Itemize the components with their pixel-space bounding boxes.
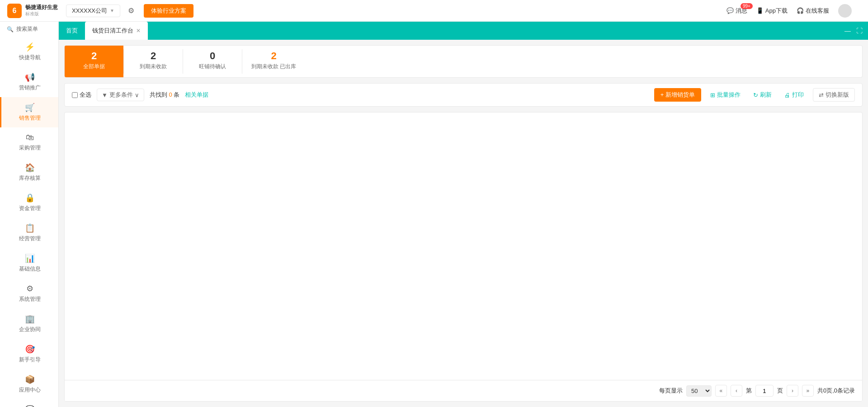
filter-button[interactable]: ▼ 更多条件 ∨ (97, 89, 144, 101)
sidebar-item-wechat[interactable]: 💬 企业微信 (0, 399, 58, 407)
refresh-label: 刷新 (760, 91, 772, 99)
marketing-icon: 📢 (25, 72, 35, 82)
sidebar-item-label: 经营管理 (19, 235, 41, 243)
tab-maximize-icon[interactable]: ⛶ (856, 27, 863, 34)
page-input[interactable] (755, 385, 774, 397)
purchase-icon: 🛍 (26, 133, 34, 142)
messages-button[interactable]: 💬 消息 99+ (726, 7, 747, 15)
stat-count-wangpu: 0 (210, 51, 215, 61)
stat-tab-overdue-unpaid[interactable]: 2 到期未收款 (124, 46, 183, 77)
pagination: 每页显示 50 100 200 « ‹ 第 页 › » 共0页,0条记录 (65, 380, 862, 401)
sidebar-item-finance[interactable]: 🔒 资金管理 (0, 187, 58, 218)
sidebar-item-system[interactable]: ⚙ 系统管理 (0, 278, 58, 309)
top-header: 6 畅捷通好生意 标准版 XXXXXX公司 ▼ ⚙ 体验行业方案 💬 消息 99… (0, 0, 868, 22)
download-icon: 📱 (756, 7, 764, 14)
sales-icon: 🛒 (25, 103, 35, 112)
print-button[interactable]: 🖨 打印 (781, 89, 807, 101)
per-page-select[interactable]: 50 100 200 (686, 385, 712, 397)
service-icon: 🎧 (797, 7, 804, 14)
stats-tabs: 2 全部单据 2 到期未收款 0 旺铺待确认 2 到期未收款 已出库 (64, 45, 863, 78)
app-download-button[interactable]: 📱 App下载 (756, 7, 788, 15)
chevron-icon: ∨ (135, 92, 139, 98)
tab-actions: — ⛶ (839, 27, 868, 34)
sidebar-item-app-center[interactable]: 📦 应用中心 (0, 369, 58, 399)
main-layout: 🔍 搜索菜单 ⚡ 快捷导航 📢 营销推广 🛒 销售管理 🛍 采购管理 🏠 库存核… (0, 22, 868, 407)
next-page-button[interactable]: › (787, 385, 798, 397)
sidebar-item-basic-info[interactable]: 📊 基础信息 (0, 248, 58, 278)
switch-version-button[interactable]: ⇄ 切换新版 (813, 88, 855, 102)
tab-workbench[interactable]: 钱货日清工作台 ✕ (85, 22, 148, 40)
content-area: 首页 钱货日清工作台 ✕ — ⛶ 2 全部单据 2 (59, 22, 868, 407)
sidebar: 🔍 搜索菜单 ⚡ 快捷导航 📢 营销推广 🛒 销售管理 🛍 采购管理 🏠 库存核… (0, 22, 59, 407)
page-suffix: 页 (777, 387, 783, 395)
sidebar-item-marketing[interactable]: 📢 营销推广 (0, 67, 58, 97)
bell-icon: 💬 (726, 7, 734, 14)
sidebar-item-operations[interactable]: 📋 经营管理 (0, 218, 58, 248)
company-selector[interactable]: XXXXXX公司 ▼ (66, 5, 120, 17)
search-menu-label: 搜索菜单 (16, 25, 38, 33)
cooperation-icon: 🏢 (25, 314, 35, 324)
quick-nav-icon: ⚡ (25, 42, 35, 52)
select-all-checkbox[interactable]: 全选 (72, 91, 91, 99)
total-records: 共0页,0条记录 (817, 387, 855, 395)
sidebar-item-label: 快捷导航 (19, 54, 41, 61)
sidebar-item-label: 应用中心 (19, 386, 41, 394)
stat-tab-wangpu[interactable]: 0 旺铺待确认 (183, 46, 242, 77)
stat-label-all: 全部单据 (83, 63, 105, 70)
sidebar-item-label: 库存核算 (19, 174, 41, 182)
inventory-icon: 🏠 (25, 163, 35, 173)
sidebar-item-label: 采购管理 (19, 144, 41, 152)
first-page-button[interactable]: « (715, 385, 727, 397)
filter-label: 更多条件 (109, 91, 133, 99)
related-docs-link[interactable]: 相关单据 (185, 91, 208, 99)
table-empty-state (65, 112, 862, 380)
logo-title: 畅捷通好生意 (25, 4, 58, 10)
basic-info-icon: 📊 (25, 253, 35, 263)
home-tab-label: 首页 (66, 27, 78, 35)
online-service-button[interactable]: 🎧 在线客服 (797, 7, 829, 15)
add-sales-order-button[interactable]: + 新增销货单 (654, 88, 701, 102)
sidebar-item-sales[interactable]: 🛒 销售管理 (0, 97, 58, 127)
found-prefix: 共找到 (150, 91, 167, 98)
sidebar-item-purchase[interactable]: 🛍 采购管理 (0, 127, 58, 157)
filter-icon: ▼ (102, 92, 108, 98)
page-label: 第 (746, 387, 752, 395)
settings-button[interactable]: ⚙ (124, 4, 138, 18)
tab-minimize-icon[interactable]: — (844, 27, 851, 34)
header-right: 💬 消息 99+ 📱 App下载 🎧 在线客服 (726, 4, 861, 18)
operations-icon: 📋 (25, 223, 35, 233)
sidebar-item-label: 系统管理 (19, 295, 41, 303)
tab-home[interactable]: 首页 (59, 22, 85, 40)
experience-button[interactable]: 体验行业方案 (144, 4, 193, 18)
sidebar-item-inventory[interactable]: 🏠 库存核算 (0, 157, 58, 187)
found-text: 共找到 0 条 (150, 91, 179, 99)
system-icon: ⚙ (26, 284, 33, 294)
batch-operations-button[interactable]: ⊞ 批量操作 (707, 89, 744, 101)
gear-icon: ⚙ (128, 6, 134, 15)
sidebar-item-label: 营销推广 (19, 84, 41, 92)
sidebar-item-cooperation[interactable]: 🏢 企业协同 (0, 309, 58, 339)
finance-icon: 🔒 (25, 193, 35, 203)
batch-label: 批量操作 (717, 91, 741, 99)
avatar[interactable] (838, 4, 852, 18)
prev-page-button[interactable]: ‹ (731, 385, 742, 397)
refresh-button[interactable]: ↻ 刷新 (750, 89, 775, 101)
online-service-label: 在线客服 (806, 7, 829, 15)
sidebar-item-quick-nav[interactable]: ⚡ 快捷导航 (0, 37, 58, 67)
app-download-label: App下载 (765, 7, 788, 15)
sidebar-search[interactable]: 🔍 搜索菜单 (0, 22, 58, 37)
toolbar: 全选 ▼ 更多条件 ∨ 共找到 0 条 相关单据 + 新增销货单 ⊞ (64, 83, 863, 107)
select-all-input[interactable] (72, 92, 78, 98)
sidebar-item-guide[interactable]: 🎯 新手引导 (0, 339, 58, 369)
tab-close-icon[interactable]: ✕ (136, 28, 141, 34)
stat-tab-overdue-out[interactable]: 2 到期未收款 已出库 (242, 46, 305, 77)
toolbar-right: + 新增销货单 ⊞ 批量操作 ↻ 刷新 🖨 打印 ⇄ (654, 88, 855, 102)
stat-tab-all[interactable]: 2 全部单据 (65, 46, 123, 77)
switch-icon: ⇄ (819, 92, 824, 98)
stat-label-overdue: 到期未收款 (140, 63, 167, 70)
select-all-label: 全选 (80, 91, 91, 99)
sidebar-item-label: 新手引导 (19, 356, 41, 364)
last-page-button[interactable]: » (802, 385, 814, 397)
search-icon: 🔍 (7, 26, 14, 33)
workbench-tab-label: 钱货日清工作台 (92, 27, 133, 35)
